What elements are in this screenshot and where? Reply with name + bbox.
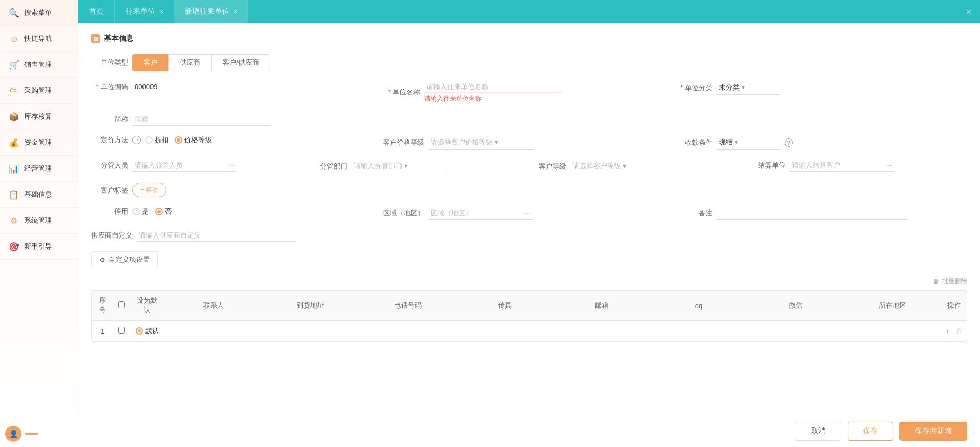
customer-level-chevron: ▾ (623, 162, 626, 170)
add-tag-btn[interactable]: + 标签 (132, 183, 166, 197)
row-wechat-input[interactable] (751, 327, 840, 335)
tab-new-counterparty-close[interactable]: × (234, 8, 237, 15)
short-name-input[interactable] (132, 113, 270, 126)
row-seq: 1 (92, 321, 114, 341)
settlement-input-wrap: ··· (790, 159, 894, 172)
supplier-custom-label: 供应商自定义 (91, 231, 132, 240)
sidebar-item-system[interactable]: ⚙ 系统管理 (0, 208, 78, 234)
table-toolbar: 🗑 批量删除 (91, 277, 967, 286)
settlement-dots-btn[interactable]: ··· (883, 161, 894, 170)
manager-input[interactable] (132, 159, 226, 171)
row-delete-btn[interactable]: 🗑 (956, 327, 963, 335)
disabled-option-yes[interactable]: 是 (132, 207, 149, 216)
unit-code-input[interactable] (132, 81, 270, 93)
row-add-btn[interactable]: + (946, 327, 950, 335)
payment-label: 收款条件 (675, 138, 712, 147)
settlement-input[interactable] (790, 159, 883, 171)
tab-counterparty-close[interactable]: × (159, 8, 163, 15)
row-qq-input[interactable] (654, 327, 743, 335)
unit-category-label: 单位分类 (675, 83, 712, 93)
sidebar-item-quick-nav[interactable]: ⊙ 快捷导航 (0, 26, 78, 52)
disabled-option-no[interactable]: 否 (155, 207, 172, 216)
sidebar-item-search[interactable]: 🔍 搜索菜单 (0, 0, 78, 26)
row-region-input[interactable] (849, 327, 937, 335)
region-field: 区域（地区） ··· (383, 207, 675, 220)
note-input[interactable] (717, 207, 907, 220)
bottom-bar: 取消 保存 保存并新增 (78, 415, 980, 447)
pricing-option-discount[interactable]: 折扣 (145, 135, 168, 145)
tab-bar-close-btn[interactable]: × (957, 6, 980, 17)
btn-type-customer[interactable]: 客户 (132, 54, 168, 71)
sidebar-item-finance[interactable]: 💰 资金管理 (0, 130, 78, 156)
manager-row: 分管人员 ··· 分管部门 请输入分管部门 ▾ 客户等级 请选择客户等级 ▾ (91, 159, 967, 173)
row-fax[interactable] (456, 321, 553, 341)
row-region[interactable] (844, 321, 941, 341)
pricing-help-icon[interactable]: ? (132, 136, 141, 144)
tab-new-counterparty[interactable]: 新增往来单位 × (174, 0, 248, 23)
unit-type-btn-group: 客户 供应商 客户/供应商 (132, 54, 270, 71)
row-contact-input[interactable] (170, 327, 258, 335)
manager-dots-btn[interactable]: ··· (226, 161, 237, 170)
bulk-delete-btn[interactable]: 🗑 批量删除 (933, 277, 967, 286)
select-all-checkbox[interactable] (118, 301, 125, 308)
sidebar-item-sales[interactable]: 🛒 销售管理 (0, 52, 78, 78)
user-avatar: 👤 (5, 426, 21, 442)
dept-select[interactable]: 请输入分管部门 ▾ (352, 159, 447, 173)
row-phone-input[interactable] (363, 327, 452, 335)
btn-type-both[interactable]: 客户/供应商 (211, 54, 270, 71)
row-email[interactable] (553, 321, 650, 341)
sidebar-item-guide[interactable]: 🎯 新手引导 (0, 234, 78, 260)
sidebar-bottom: 👤 (0, 420, 78, 447)
row-fax-input[interactable] (460, 327, 549, 335)
row-checkbox[interactable] (118, 327, 125, 334)
unit-category-select[interactable]: 未分类 ▾ (717, 81, 780, 95)
sidebar: 🔍 搜索菜单 ⊙ 快捷导航 🛒 销售管理 🛍 采购管理 📦 库存核算 💰 资金管… (0, 0, 78, 447)
btn-type-supplier[interactable]: 供应商 (168, 54, 211, 71)
region-dots-btn[interactable]: ··· (522, 208, 533, 218)
sidebar-item-purchase[interactable]: 🛍 采购管理 (0, 78, 78, 104)
payment-chevron: ▾ (735, 138, 738, 146)
settlement-label: 结算单位 (749, 161, 786, 170)
tab-counterparty[interactable]: 往来单位 × (115, 0, 174, 23)
custom-settings-btn[interactable]: ⚙ 自定义项设置 (91, 251, 158, 268)
bulk-delete-label: 批量删除 (942, 277, 967, 286)
custom-settings-label: 自定义项设置 (109, 255, 150, 265)
search-icon: 🔍 (8, 7, 19, 18)
sidebar-item-basic-info[interactable]: 📋 基础信息 (0, 182, 78, 208)
disabled-radio-no (155, 208, 163, 215)
unit-type-field: 单位类型 客户 供应商 客户/供应商 (91, 54, 967, 71)
col-email: 邮箱 (553, 291, 650, 321)
save-button[interactable]: 保存 (848, 422, 893, 441)
short-name-field: 简称 (91, 113, 967, 126)
unit-name-input[interactable] (424, 81, 562, 93)
row-default-radio[interactable]: 默认 (133, 326, 161, 336)
unit-name-error: 请输入往来单位名称 (424, 94, 675, 103)
customer-price-placeholder: 请选择客户价格等级 (431, 137, 493, 147)
sidebar-item-operations[interactable]: 📊 经营管理 (0, 156, 78, 182)
supplier-custom-input[interactable] (137, 229, 296, 242)
pricing-discount-label: 折扣 (155, 135, 168, 145)
customer-level-select[interactable]: 请选择客户等级 ▾ (571, 159, 666, 173)
row-phone[interactable] (359, 321, 456, 341)
row-contact[interactable] (165, 321, 262, 341)
customer-price-select[interactable]: 请选择客户价格等级 ▾ (429, 135, 534, 150)
save-new-button[interactable]: 保存并新增 (899, 422, 967, 441)
region-input[interactable] (429, 207, 522, 219)
row-wechat[interactable] (747, 321, 844, 341)
sidebar-item-inventory[interactable]: 📦 库存核算 (0, 104, 78, 130)
unit-type-label: 单位类型 (91, 58, 128, 67)
unit-code-label: 单位编码 (91, 82, 128, 92)
row-qq[interactable] (650, 321, 747, 341)
tab-home[interactable]: 首页 (78, 0, 115, 23)
payment-help-icon[interactable]: ? (785, 138, 793, 147)
row-address-input[interactable] (266, 327, 355, 335)
row-address[interactable] (262, 321, 359, 341)
row-email-input[interactable] (557, 327, 646, 335)
unit-code-field: 单位编码 (91, 81, 383, 93)
payment-select[interactable]: 现结 ▾ (717, 135, 780, 150)
pricing-option-level[interactable]: 价格等级 (175, 135, 212, 145)
unit-name-field: 单位名称 请输入往来单位名称 (383, 81, 675, 103)
tab-counterparty-label: 往来单位 (126, 7, 155, 16)
sidebar-item-label: 资金管理 (24, 138, 52, 147)
cancel-button[interactable]: 取消 (796, 422, 841, 441)
